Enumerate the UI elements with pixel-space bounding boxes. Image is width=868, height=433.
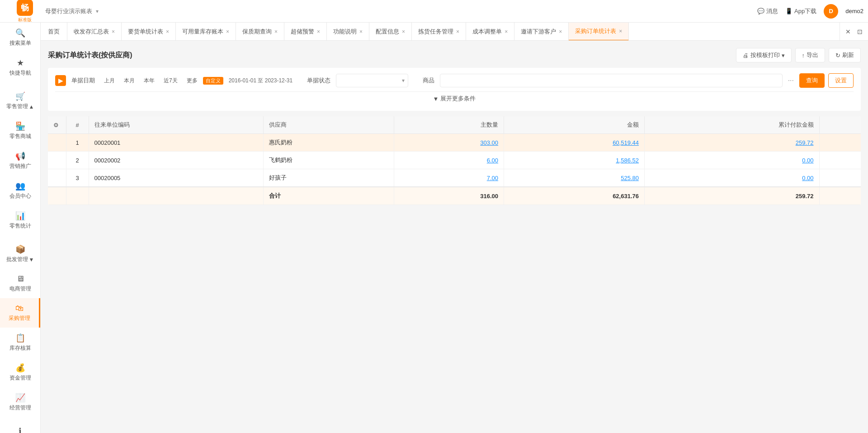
- retail-stats-icon: 📊: [15, 211, 25, 221]
- sidebar-item-inventory[interactable]: 📋 库存核算: [0, 328, 40, 357]
- tab-function-desc-label: 功能说明: [333, 28, 357, 36]
- tab-close-btn[interactable]: ✕: [844, 27, 853, 36]
- print-icon: 🖨: [743, 52, 749, 59]
- status-select[interactable]: [336, 74, 408, 87]
- tab-overstock[interactable]: 超储预警 ×: [284, 23, 327, 41]
- sidebar-item-retail[interactable]: 🛒 零售管理 ▲: [0, 86, 40, 116]
- tab-invite-downstream[interactable]: 邀请下游客户 ×: [514, 23, 569, 41]
- tab-requisition-close[interactable]: ×: [166, 29, 169, 35]
- tab-home-label: 首页: [48, 28, 60, 36]
- refresh-icon: ↻: [835, 52, 840, 59]
- sidebar-item-wholesale[interactable]: 📦 批发管理 ▼: [0, 239, 40, 269]
- refresh-btn[interactable]: ↻ 刷新: [829, 48, 861, 62]
- cell-quantity-1[interactable]: 6.00: [394, 152, 504, 169]
- query-btn[interactable]: 查询: [799, 73, 825, 88]
- shortcut-this-month[interactable]: 本月: [120, 76, 138, 86]
- sidebar-item-finance[interactable]: 💰 资金管理: [0, 357, 40, 387]
- shortcut-more[interactable]: 更多: [183, 76, 201, 86]
- tab-config[interactable]: 配置信息 ×: [369, 23, 412, 41]
- sidebar-label-finance: 资金管理: [9, 374, 31, 382]
- export-btn[interactable]: ↑ 导出: [795, 48, 826, 62]
- filter-toggle-btn[interactable]: ▶: [55, 75, 66, 86]
- tab-function-desc-close[interactable]: ×: [359, 29, 363, 35]
- table-row[interactable]: 1 00020001 惠氏奶粉 303.00 60,519.44 259.72: [48, 134, 861, 152]
- retail-mall-icon: 🏪: [15, 121, 25, 131]
- sidebar-item-shortcuts[interactable]: ★ 快捷导航: [0, 52, 40, 82]
- cell-quantity-2[interactable]: 7.00: [394, 169, 504, 187]
- tab-config-close[interactable]: ×: [402, 29, 405, 35]
- app-icon: 📱: [785, 8, 793, 14]
- settings-btn[interactable]: 设置: [828, 73, 854, 88]
- sidebar-label-retail: 零售管理: [6, 103, 28, 110]
- sidebar-label-marketing: 营销推广: [9, 162, 31, 170]
- tab-overstock-close[interactable]: ×: [317, 29, 320, 35]
- tab-purchase-summary[interactable]: 采购订单统计表 ×: [569, 23, 629, 41]
- shortcut-7days[interactable]: 近7天: [160, 76, 181, 86]
- workspace-area: 母婴行业演示账表 ▾: [45, 7, 757, 15]
- expand-more-btn[interactable]: ▼ 展开更多条件: [55, 91, 854, 105]
- col-paid-amount: 累计付款金额: [644, 116, 819, 134]
- sidebar-item-retail-mall[interactable]: 🏪 零售商城: [0, 116, 40, 146]
- table-row[interactable]: 2 00020002 飞鹤奶粉 6.00 1,586.52 0.00: [48, 152, 861, 169]
- cell-paid-amount-1[interactable]: 0.00: [644, 152, 819, 169]
- sidebar-item-search[interactable]: 🔍 搜索菜单: [0, 23, 40, 52]
- footer-paid-amount-cell: 259.72: [644, 187, 819, 205]
- cell-amount-0[interactable]: 60,519.44: [504, 134, 645, 152]
- tab-maximize-btn[interactable]: ⊡: [855, 27, 864, 36]
- shortcut-this-year[interactable]: 本年: [140, 76, 158, 86]
- cell-settings-0: [48, 134, 66, 152]
- tab-receive-close[interactable]: ×: [112, 29, 115, 35]
- col-settings[interactable]: ⚙: [48, 116, 66, 134]
- cell-quantity-0[interactable]: 303.00: [394, 134, 504, 152]
- tab-cost-adjust-close[interactable]: ×: [505, 29, 508, 35]
- goods-input[interactable]: [440, 74, 783, 87]
- logo-char: 畅: [21, 2, 29, 13]
- goods-more-btn[interactable]: ···: [788, 76, 794, 85]
- print-btn[interactable]: 🖨 按模板打印 ▾: [736, 48, 792, 62]
- tab-function-desc[interactable]: 功能说明 ×: [327, 23, 369, 41]
- cell-paid-amount-2[interactable]: 0.00: [644, 169, 819, 187]
- sidebar-label-operations: 经营管理: [9, 404, 31, 412]
- sidebar-item-operations[interactable]: 📈 经营管理: [0, 387, 40, 417]
- sidebar-label-shortcuts: 快捷导航: [9, 69, 31, 77]
- shortcut-last-month[interactable]: 上月: [100, 76, 118, 86]
- tab-receive[interactable]: 收发存汇总表 ×: [67, 23, 122, 41]
- user-name[interactable]: demo2: [845, 8, 863, 14]
- tab-purchase-summary-close[interactable]: ×: [619, 28, 622, 34]
- tab-home[interactable]: 首页: [41, 23, 67, 41]
- table-row[interactable]: 3 00020005 好孩子 7.00 525.80 0.00: [48, 169, 861, 187]
- tab-cost-adjust[interactable]: 成本调整单 ×: [466, 23, 514, 41]
- cell-paid-amount-0[interactable]: 259.72: [644, 134, 819, 152]
- sidebar-item-member[interactable]: 👥 会员中心: [0, 176, 40, 205]
- tab-invite-downstream-close[interactable]: ×: [559, 29, 562, 35]
- tab-requisition[interactable]: 要货单统计表 ×: [122, 23, 176, 41]
- footer-quantity-cell: 316.00: [394, 187, 504, 205]
- tab-pick-task-close[interactable]: ×: [456, 29, 459, 35]
- purchase-icon: 🛍: [15, 304, 24, 313]
- goods-filter-label: 商品: [423, 76, 434, 85]
- sidebar-item-ecommerce[interactable]: 🖥 电商管理: [0, 269, 40, 298]
- cell-amount-1[interactable]: 1,586.52: [504, 152, 645, 169]
- cell-supplier-0: 惠氏奶粉: [264, 134, 394, 152]
- tab-available-stock-close[interactable]: ×: [226, 29, 229, 35]
- sidebar-item-marketing[interactable]: 📢 营销推广: [0, 146, 40, 176]
- app-download-btn[interactable]: 📱 App下载: [785, 7, 816, 15]
- tab-purchase-summary-label: 采购订单统计表: [575, 27, 616, 35]
- tab-available-stock[interactable]: 可用量库存账本 ×: [176, 23, 236, 41]
- sidebar-item-retail-stats[interactable]: 📊 零售统计: [0, 205, 40, 235]
- avatar[interactable]: D: [824, 4, 838, 19]
- cell-amount-2[interactable]: 525.80: [504, 169, 645, 187]
- tab-expiry-close[interactable]: ×: [274, 29, 278, 35]
- tab-expiry[interactable]: 保质期查询 ×: [236, 23, 284, 41]
- cell-seq-2: 3: [66, 169, 89, 187]
- sidebar-item-basic-info[interactable]: ℹ 基础信息: [0, 421, 40, 433]
- workspace-dropdown-icon[interactable]: ▾: [96, 8, 99, 14]
- footer-settings-cell: [48, 187, 66, 205]
- finance-icon: 💰: [15, 363, 25, 373]
- tab-available-stock-label: 可用量库存账本: [182, 28, 223, 36]
- tab-bar: 首页 收发存汇总表 × 要货单统计表 × 可用量库存账本 × 保质期查询 ×: [41, 23, 868, 41]
- sidebar-item-purchase[interactable]: 🛍 采购管理: [0, 298, 40, 328]
- message-btn[interactable]: 💬 消息: [757, 7, 778, 15]
- tab-pick-task[interactable]: 拣货任务管理 ×: [412, 23, 466, 41]
- filter-panel: ▶ 单据日期 上月 本月 本年 近7天 更多 自定义 2016-01-01 至 …: [48, 68, 861, 111]
